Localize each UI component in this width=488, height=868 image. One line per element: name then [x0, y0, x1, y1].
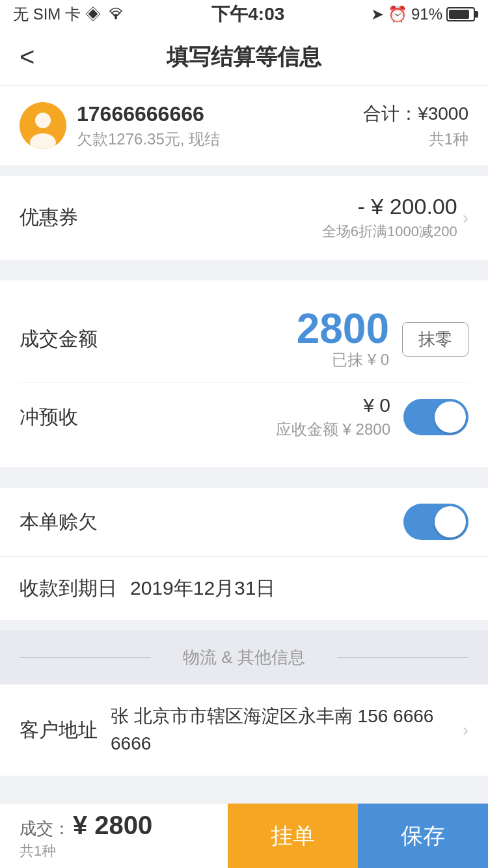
prereceive-row: 冲预收 ¥ 0 应收金额 ¥ 2800: [20, 382, 468, 452]
total-count: 共1种: [363, 129, 468, 150]
duedate-value: 2019年12月31日: [130, 575, 275, 602]
bottom-summary: 成交： ¥ 2800 共1种: [0, 811, 228, 861]
amount-row: 成交金额 2800 已抹 ¥ 0 抹零: [20, 296, 468, 382]
arrears-toggle[interactable]: [403, 504, 468, 540]
address-label: 客户地址: [20, 717, 98, 744]
hang-single-button[interactable]: 挂单: [228, 804, 358, 869]
arrears-toggle-knob: [435, 506, 466, 537]
logistics-line-right: [338, 657, 468, 658]
avatar: [20, 102, 66, 149]
battery-percent: 91%: [411, 5, 442, 23]
prereceive-sub: 应收金额 ¥ 2800: [276, 419, 390, 440]
logistics-line-left: [20, 657, 150, 658]
prereceive-right: ¥ 0 应收金额 ¥ 2800: [276, 394, 468, 440]
location-icon: ➤: [371, 5, 384, 23]
address-chevron-icon: ›: [463, 720, 468, 740]
page-title: 填写结算等信息: [167, 42, 321, 72]
save-button[interactable]: 保存: [358, 804, 488, 869]
alarm-icon: ⏰: [388, 5, 407, 23]
duedate-section: 收款到期日 2019年12月31日: [0, 557, 488, 620]
arrears-section: 本单赊欠: [0, 488, 488, 556]
customer-left: 17666666666 欠款1276.35元, 现结: [20, 102, 220, 150]
amount-section: 成交金额 2800 已抹 ¥ 0 抹零 冲预收 ¥ 0 应收金额 ¥ 2800: [0, 280, 488, 467]
content: 17666666666 欠款1276.35元, 现结 合计：¥3000 共1种 …: [0, 86, 488, 854]
prereceive-values: ¥ 0 应收金额 ¥ 2800: [276, 394, 390, 440]
amount-sub: 已抹 ¥ 0: [297, 349, 389, 370]
customer-phone: 17666666666: [77, 102, 220, 126]
bottom-deal-label: 成交：: [20, 817, 70, 840]
status-bar: 无 SIM 卡 ◈ 下午4:03 ➤ ⏰ 91%: [0, 0, 488, 29]
total-label: 合计：¥3000: [363, 102, 468, 126]
customer-info: 17666666666 欠款1276.35元, 现结: [77, 102, 220, 150]
logistics-text: 物流 & 其他信息: [183, 646, 305, 669]
status-right: ➤ ⏰ 91%: [371, 5, 475, 23]
status-left: 无 SIM 卡 ◈: [13, 4, 126, 25]
back-button[interactable]: <: [20, 42, 34, 72]
chevron-right-icon: ›: [463, 208, 468, 228]
duedate-label: 收款到期日: [20, 575, 117, 602]
toggle-knob: [435, 401, 466, 433]
coupon-row[interactable]: 优惠券 - ¥ 200.00 全场6折满1000减200 ›: [0, 176, 488, 260]
amount-value: 2800: [297, 308, 389, 349]
address-section[interactable]: 客户地址 张 北京市市辖区海淀区永丰南 156 6666 6666 ›: [0, 685, 488, 776]
status-time: 下午4:03: [211, 2, 284, 27]
bottom-count: 共1种: [20, 841, 208, 861]
bottom-bar: 成交： ¥ 2800 共1种 挂单 保存: [0, 803, 488, 868]
prereceive-main: ¥ 0: [276, 394, 390, 416]
coupon-discount: - ¥ 200.00: [322, 194, 457, 219]
prereceive-toggle[interactable]: [403, 399, 468, 435]
round-zero-button[interactable]: 抹零: [402, 322, 468, 357]
section-divider-2: [0, 467, 488, 478]
customer-sub: 欠款1276.35元, 现结: [77, 129, 220, 150]
battery-icon: [446, 7, 475, 21]
svg-point-2: [35, 113, 51, 128]
customer-right: 合计：¥3000 共1种: [363, 102, 468, 150]
bottom-amount: ¥ 2800: [73, 811, 152, 840]
section-divider: [0, 270, 488, 280]
logistics-divider: 物流 & 其他信息: [0, 631, 488, 685]
prereceive-label: 冲预收: [20, 404, 78, 431]
nav-bar: < 填写结算等信息: [0, 29, 488, 86]
wifi-icon: [106, 5, 126, 23]
coupon-right: - ¥ 200.00 全场6折满1000减200 ›: [322, 194, 468, 241]
amount-right: 2800 已抹 ¥ 0 抹零: [297, 308, 468, 370]
coupon-label: 优惠券: [20, 204, 78, 231]
amount-label: 成交金额: [20, 326, 98, 353]
customer-card: 17666666666 欠款1276.35元, 现结 合计：¥3000 共1种: [0, 86, 488, 165]
sim-label: 无 SIM 卡 ◈: [13, 4, 101, 25]
arrears-label: 本单赊欠: [20, 509, 98, 536]
coupon-desc: 全场6折满1000减200: [322, 222, 457, 241]
address-value: 张 北京市市辖区海淀区永丰南 156 6666 6666: [111, 703, 463, 757]
svg-point-0: [115, 17, 117, 20]
